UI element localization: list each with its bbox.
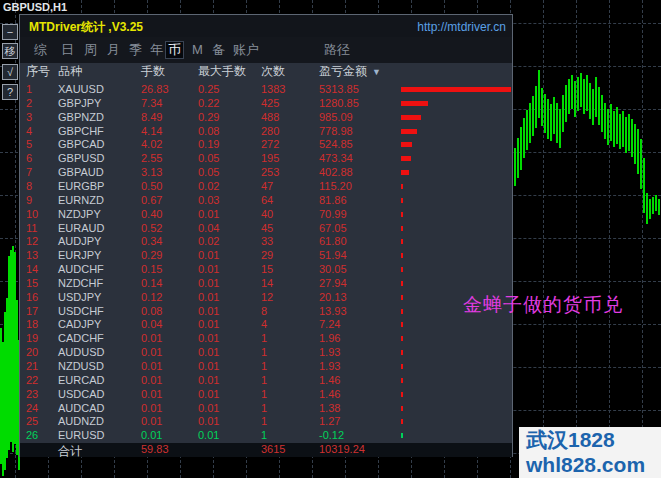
cell-no: 21 <box>26 360 38 372</box>
profit-bar <box>401 142 412 147</box>
cell-symbol: CADCHF <box>58 332 104 344</box>
cell-max_lots: 0.08 <box>198 125 219 137</box>
cell-symbol: GBPJPY <box>58 97 101 109</box>
cell-profit: 1280.85 <box>319 97 359 109</box>
total-lots: 59.83 <box>141 443 169 455</box>
menu-item-5[interactable]: 季 <box>129 42 142 58</box>
column-header-lots[interactable]: 手数 <box>141 63 165 80</box>
table-row: 2GBPJPY7.340.224251280.85 <box>20 97 512 111</box>
menu-item-4[interactable]: 月 <box>107 42 120 58</box>
profit-bar <box>401 378 403 383</box>
candlestick <box>628 114 630 151</box>
column-header-profit[interactable]: 盈亏金额▼ <box>319 63 381 80</box>
menu-item-6[interactable]: 年 <box>150 42 163 58</box>
menu-item-9[interactable]: 备 <box>212 42 225 58</box>
cell-lots: 0.01 <box>141 402 162 414</box>
candlestick <box>631 119 633 157</box>
cell-max_lots: 0.04 <box>198 222 219 234</box>
table-row: 8EURGBP0.500.0247115.20 <box>20 180 512 194</box>
profit-bar <box>401 336 403 341</box>
table-row: 4GBPCHF4.140.08280778.98 <box>20 125 512 139</box>
table-row: 16USDJPY0.120.011220.13 <box>20 291 512 305</box>
column-header-count[interactable]: 次数 <box>261 63 285 80</box>
profit-bar <box>401 87 511 92</box>
table-row: 3GBPNZD8.490.29488985.09 <box>20 111 512 125</box>
profit-bar <box>401 129 417 134</box>
table-row: 13EURJPY0.290.012951.94 <box>20 249 512 263</box>
cell-lots: 0.52 <box>141 222 162 234</box>
menu-item-3[interactable]: 周 <box>84 42 97 58</box>
cell-symbol: EURNZD <box>58 194 104 206</box>
menu-item-10[interactable]: 账户 <box>233 42 259 58</box>
cell-no: 12 <box>26 235 38 247</box>
candlestick <box>607 109 609 145</box>
table-row: 12AUDJPY0.340.023361.80 <box>20 235 512 249</box>
profit-bar <box>401 433 403 438</box>
mt4-chart-window: GBPUSD,H1 −移√? MTDriver统计 ,V3.25 http://… <box>0 0 661 478</box>
profit-bar <box>401 184 403 189</box>
minimize-button[interactable]: − <box>2 24 18 40</box>
cell-lots: 3.13 <box>141 166 162 178</box>
candlestick <box>550 104 552 141</box>
cell-max_lots: 0.01 <box>198 388 219 400</box>
watermark-line1: 武汉1828 <box>526 427 661 452</box>
cell-max_lots: 0.01 <box>198 332 219 344</box>
cell-count: 15 <box>261 263 273 275</box>
candlestick <box>586 75 588 111</box>
cell-symbol: GBPUSD <box>58 152 104 164</box>
column-header-no[interactable]: 序号 <box>26 63 50 80</box>
profit-bar <box>401 212 403 217</box>
candlestick <box>598 87 600 125</box>
table-row: 17USDCHF0.080.01813.93 <box>20 305 512 319</box>
menu-item-1[interactable]: 综 <box>34 42 47 58</box>
candlestick <box>553 97 555 134</box>
table-row: 26EURUSD0.010.011-0.12 <box>20 429 512 443</box>
cell-max_lots: 0.01 <box>198 415 219 427</box>
move-button[interactable]: 移 <box>2 43 18 59</box>
candlestick <box>517 138 519 178</box>
cell-no: 22 <box>26 374 38 386</box>
menu-item-8[interactable]: M <box>192 42 203 58</box>
cell-profit: 13.93 <box>319 305 347 317</box>
cell-lots: 0.01 <box>141 429 162 441</box>
menu-item-11[interactable]: 路径 <box>324 42 350 58</box>
menu-item-7[interactable]: 币 <box>166 42 183 58</box>
sort-desc-icon[interactable]: ▼ <box>372 67 381 77</box>
cell-lots: 0.01 <box>141 374 162 386</box>
cell-profit: 524.85 <box>319 138 353 150</box>
cell-lots: 0.15 <box>141 263 162 275</box>
grid-line-vertical <box>576 0 577 478</box>
profit-bar <box>401 295 403 300</box>
cell-max_lots: 0.01 <box>198 402 219 414</box>
profit-bar <box>401 267 403 272</box>
cell-no: 1 <box>26 83 32 95</box>
cell-count: 1 <box>261 332 267 344</box>
column-header-symbol[interactable]: 品种 <box>58 63 82 80</box>
panel-url-link[interactable]: http://mtdriver.cn <box>417 20 506 34</box>
cell-max_lots: 0.29 <box>198 111 219 123</box>
menu-item-2[interactable]: 日 <box>61 42 74 58</box>
candlestick <box>562 95 564 132</box>
cell-count: 33 <box>261 235 273 247</box>
cell-count: 253 <box>261 166 279 178</box>
cell-count: 1 <box>261 429 267 441</box>
cell-profit: 1.93 <box>319 360 340 372</box>
confirm-button[interactable]: √ <box>2 64 18 80</box>
cell-no: 9 <box>26 194 32 206</box>
cell-profit: 985.09 <box>319 111 353 123</box>
candlestick <box>535 86 537 128</box>
cell-profit: 61.80 <box>319 235 347 247</box>
table-row: 11EURAUD0.520.044567.05 <box>20 222 512 236</box>
cell-profit: 402.88 <box>319 166 353 178</box>
candlestick <box>634 124 636 164</box>
table-row: 10NZDJPY0.400.014070.99 <box>20 208 512 222</box>
cell-symbol: AUDCAD <box>58 402 104 414</box>
cell-symbol: USDCAD <box>58 388 104 400</box>
magenta-watermark-text: 金蝉子做的货币兑 <box>463 292 623 318</box>
candlestick <box>544 94 546 133</box>
cell-symbol: NZDUSD <box>58 360 104 372</box>
column-header-max_lots[interactable]: 最大手数 <box>198 63 246 80</box>
help-button[interactable]: ? <box>2 84 18 100</box>
cell-count: 1 <box>261 402 267 414</box>
cell-count: 1 <box>261 415 267 427</box>
